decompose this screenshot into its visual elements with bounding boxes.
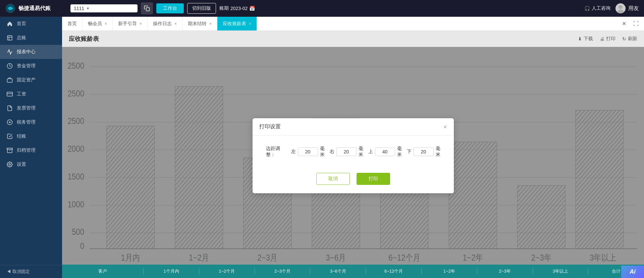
avatar — [615, 3, 626, 13]
unpin-label: ◀ 取消固定 — [7, 269, 30, 275]
margin-top-label: 上 — [368, 149, 373, 155]
table-col-3plus: 3年以上 — [533, 268, 589, 274]
sidebar-item-tax[interactable]: 税务管理 — [0, 115, 62, 129]
company-name: 1111 — [74, 6, 84, 11]
print-settings-modal: 打印设置 × 边距调整： 左 毫米 — [253, 118, 454, 193]
switch-version-button[interactable]: 切到旧版 — [187, 3, 216, 14]
main-layout: 首页 总账 报表中心 — [0, 17, 644, 278]
refresh-button[interactable]: ↻ 刷新 — [622, 36, 637, 42]
sidebar-label-archive: 归档管理 — [17, 147, 36, 153]
chevron-down-icon: ▾ — [87, 6, 89, 11]
tax-icon — [7, 119, 13, 125]
margin-top-input[interactable] — [375, 147, 395, 156]
salary-icon — [7, 91, 13, 97]
content-area: 首页 畅会员 × 新手引导 × 操作日志 × 期末结转 × 应收账龄表 × — [62, 17, 644, 278]
tab-period-end-close[interactable]: × — [209, 21, 212, 26]
period-value: 2023-02 — [230, 6, 248, 11]
maximize-window-button[interactable]: ⛶ — [631, 19, 641, 28]
margin-row: 边距调整： 左 毫米 右 毫米 — [266, 146, 440, 158]
margin-bottom-label: 下 — [407, 149, 412, 155]
margin-right-group: 右 毫米 — [330, 146, 363, 158]
table-col-6-12month: 6~12个月 — [366, 268, 422, 274]
margin-left-input[interactable] — [298, 147, 318, 156]
sidebar-item-settle[interactable]: 结账 — [0, 129, 62, 143]
tab-oplog-label: 操作日志 — [153, 21, 172, 27]
col-customer-label: 客户 — [98, 269, 107, 274]
sidebar-label-assets: 固定资产 — [17, 77, 36, 83]
sidebar-label-funds: 资金管理 — [17, 63, 36, 69]
funds-icon — [7, 63, 13, 69]
headset-icon: 🎧 — [584, 6, 590, 11]
user-info[interactable]: 用友 — [615, 3, 639, 13]
cancel-button[interactable]: 取消 — [316, 173, 350, 185]
modal-close-button[interactable]: × — [443, 124, 447, 130]
sidebar: 首页 总账 报表中心 — [0, 17, 62, 278]
sidebar-item-funds[interactable]: 资金管理 — [0, 59, 62, 73]
consult-label: 人工咨询 — [592, 5, 610, 11]
margin-bottom-unit: 毫米 — [436, 146, 440, 158]
period-prefix: 账期 — [219, 5, 229, 11]
consult-button[interactable]: 🎧 人工咨询 — [584, 5, 610, 11]
sidebar-item-reports[interactable]: 报表中心 — [0, 45, 62, 59]
tab-period-end[interactable]: 期末结转 × — [182, 17, 217, 30]
sidebar-item-invoice[interactable]: 发票管理 — [0, 101, 62, 115]
modal-overlay: 打印设置 × 边距调整： 左 毫米 — [62, 47, 644, 265]
modal-header: 打印设置 × — [253, 118, 454, 136]
sidebar-item-archive[interactable]: 归档管理 — [0, 143, 62, 157]
refresh-icon: ↻ — [622, 36, 626, 42]
margin-right-input[interactable] — [336, 147, 357, 156]
tab-aging-close[interactable]: × — [249, 21, 251, 26]
tab-member-label: 畅会员 — [88, 21, 102, 27]
close-window-button[interactable]: ✕ — [619, 19, 629, 28]
svg-rect-5 — [7, 36, 12, 40]
tab-aging-label: 应收账龄表 — [223, 21, 246, 27]
workbench-button[interactable]: 工作台 — [156, 3, 184, 13]
page-header: 应收账龄表 ⬇ 下载 🖨 打印 ↻ 刷新 — [62, 31, 644, 47]
tab-member-close[interactable]: × — [105, 21, 107, 26]
print-button[interactable]: 🖨 打印 — [600, 36, 615, 42]
settle-icon — [7, 133, 13, 139]
tab-guide-close[interactable]: × — [140, 21, 142, 26]
sidebar-item-ledger[interactable]: 总账 — [0, 31, 62, 45]
table-col-2-3month: 2~3个月 — [255, 268, 311, 274]
margin-top-unit: 毫米 — [397, 146, 402, 158]
tab-member[interactable]: 畅会员 × — [83, 17, 113, 30]
tab-bar-actions: ✕ ⛶ — [616, 17, 644, 30]
confirm-print-button[interactable]: 打印 — [357, 173, 390, 185]
margin-left-unit: 毫米 — [320, 146, 325, 158]
col-3plus-label: 3年以上 — [553, 269, 568, 274]
tab-home[interactable]: 首页 — [62, 17, 83, 30]
table-col-1-2year: 1~2年 — [422, 268, 477, 274]
calendar-icon[interactable]: 📅 — [249, 6, 255, 11]
sidebar-unpin[interactable]: ◀ 取消固定 — [0, 265, 62, 278]
margin-left-label: 左 — [291, 149, 296, 155]
tab-aging[interactable]: 应收账龄表 × — [217, 17, 257, 30]
tab-oplog[interactable]: 操作日志 × — [148, 17, 182, 30]
period-info: 账期 2023-02 📅 — [219, 5, 255, 11]
copy-icon-btn[interactable] — [141, 2, 153, 14]
company-selector[interactable]: 1111 ▾ — [70, 4, 138, 12]
margin-bottom-group: 下 毫米 — [407, 146, 440, 158]
table-col-2-3year: 2~3年 — [477, 268, 533, 274]
margin-bottom-input[interactable] — [414, 147, 434, 156]
sidebar-label-settle: 结账 — [17, 133, 26, 139]
reports-icon — [7, 49, 13, 55]
sidebar-item-home[interactable]: 首页 — [0, 17, 62, 31]
tab-oplog-close[interactable]: × — [174, 21, 177, 26]
logo-area: 畅捷通易代账 — [5, 3, 67, 14]
modal-title: 打印设置 — [259, 123, 281, 130]
sidebar-item-salary[interactable]: 工资 — [0, 87, 62, 101]
col-6-12month-label: 6~12个月 — [384, 269, 403, 274]
sidebar-item-settings[interactable]: 设置 — [0, 157, 62, 171]
username: 用友 — [628, 5, 639, 12]
settings-icon — [7, 161, 13, 167]
tab-period-end-label: 期末结转 — [188, 21, 207, 27]
tab-guide[interactable]: 新手引导 × — [113, 17, 148, 30]
sidebar-item-assets[interactable]: 固定资产 — [0, 73, 62, 87]
header-right: 🎧 人工咨询 用友 — [584, 3, 639, 13]
col-1-2year-label: 1~2年 — [443, 269, 455, 274]
svg-point-3 — [619, 5, 623, 9]
ai-badge: Ai — [621, 266, 644, 278]
margin-label: 边距调整： — [266, 146, 286, 158]
download-button[interactable]: ⬇ 下载 — [578, 36, 593, 42]
